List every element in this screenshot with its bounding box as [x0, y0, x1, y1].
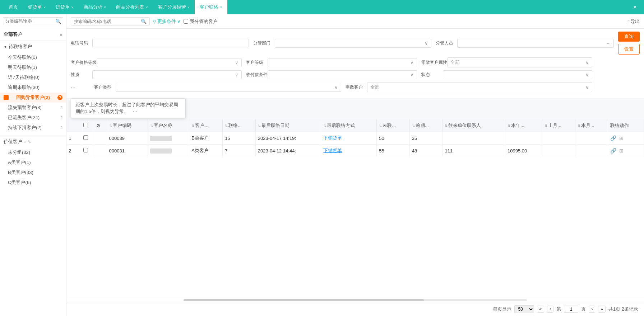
- sidebar-search-input[interactable]: [3, 17, 63, 25]
- main-search-input[interactable]: [74, 19, 141, 24]
- price-level-select[interactable]: ∨: [97, 58, 242, 67]
- sidebar-collapse-icon[interactable]: «: [60, 32, 62, 37]
- dept-select[interactable]: ∨: [275, 39, 431, 48]
- sidebar-item-repurchase-anomaly[interactable]: 回购异常客户(2) ?: [0, 93, 66, 103]
- close-product-analysis-list-icon[interactable]: ×: [145, 5, 148, 9]
- col-this-month-header[interactable]: 本月...: [575, 119, 608, 132]
- row1-checkbox[interactable]: [81, 132, 94, 145]
- sidebar-search-icon: 🔍: [55, 19, 61, 24]
- phone-input[interactable]: [92, 39, 249, 47]
- horizontal-scrollbar[interactable]: [66, 298, 644, 302]
- sidebar-item-class-c[interactable]: C类客户(6): [0, 178, 66, 188]
- row2-action: 🔗 ⊞: [608, 145, 644, 157]
- sidebar-item-declining-customers[interactable]: 持续下滑客户(2) ?: [0, 123, 66, 133]
- export-button[interactable]: ↑ 导出: [627, 18, 640, 25]
- value-group-edit-icon[interactable]: ✎: [28, 140, 31, 144]
- prev-page-button[interactable]: ‹: [547, 306, 553, 313]
- nav-product-analysis[interactable]: 商品分析 ×: [79, 0, 111, 14]
- row1-last-contact-method[interactable]: 下销货单: [321, 132, 377, 145]
- payment-select[interactable]: ∨: [268, 70, 417, 79]
- sidebar-item-class-a[interactable]: A类客户(1): [0, 157, 66, 168]
- status-select[interactable]: ∨: [443, 70, 592, 79]
- row1-last-contact-date: 2023-04-17 14:19:: [255, 132, 321, 145]
- filter-more-dots[interactable]: ···: [71, 84, 75, 90]
- retail-attr-select[interactable]: 全部 ∨: [447, 57, 592, 67]
- more-conditions-button[interactable]: ▽ 更多条件 ∨: [153, 18, 181, 25]
- retail-customer-chevron-icon: ∨: [585, 85, 589, 90]
- gender-select[interactable]: ∨: [92, 70, 242, 79]
- col-not-contacted-header[interactable]: 未联...: [377, 119, 410, 132]
- col-company-contact-header[interactable]: 往来单位联系人: [443, 119, 505, 132]
- sidebar-item-7day-pending[interactable]: 近7天待联络(0): [0, 72, 66, 82]
- col-last-contact-method-header[interactable]: 最后联络方式: [321, 119, 377, 132]
- row2-checkbox[interactable]: [81, 145, 94, 157]
- person-field: 分管人员 ···: [436, 39, 614, 48]
- nav-product-analysis-list[interactable]: 商品分析列表 ×: [111, 0, 153, 14]
- close-sales-order-icon[interactable]: ×: [43, 5, 46, 9]
- content-area: 🔍 ▽ 更多条件 ∨ 我分管的客户 ↑ 导出 电话号码: [66, 14, 644, 316]
- pending-contact-group[interactable]: ▼ 待联络客户: [0, 41, 66, 52]
- col-settings-header[interactable]: ⚙: [94, 119, 107, 132]
- retail-attr-field: 零散客户属性 全部 ∨: [421, 57, 592, 67]
- page-number-input[interactable]: [564, 306, 578, 313]
- col-contact-header[interactable]: 联络...: [223, 119, 256, 132]
- close-product-analysis-icon[interactable]: ×: [104, 5, 106, 9]
- row1-name-blurred: [150, 136, 172, 141]
- col-customer-code-header[interactable]: 客户编码: [107, 119, 148, 132]
- sidebar-item-tomorrow-pending[interactable]: 明天待联络(1): [0, 62, 66, 72]
- row1-grid-icon[interactable]: ⊞: [619, 135, 624, 141]
- row1-message-icon[interactable]: 🔗: [610, 135, 616, 141]
- person-select[interactable]: ···: [457, 39, 614, 48]
- sidebar-item-today-pending[interactable]: 今天待联络(0): [0, 52, 66, 62]
- value-group-circle-icon[interactable]: ○: [24, 140, 26, 144]
- customer-level-select[interactable]: ∨: [268, 58, 417, 67]
- row2-message-icon[interactable]: 🔗: [610, 148, 616, 154]
- nav-customer-contact[interactable]: 客户联络 ×: [195, 0, 227, 14]
- scrollbar-thumb[interactable]: [184, 299, 424, 301]
- nav-purchase-order[interactable]: 进货单 ×: [51, 0, 78, 14]
- customer-type-select[interactable]: ∨: [116, 83, 341, 92]
- col-last-contact-date-header[interactable]: 最后联络日期: [255, 119, 321, 132]
- col-customer-name-header[interactable]: 客户名称: [148, 119, 189, 132]
- sidebar-item-class-b[interactable]: B类客户(33): [0, 168, 66, 178]
- page-size-select[interactable]: 50 100 200: [514, 305, 534, 313]
- table-header: ⚙ 客户编码 客户名称 客户... 联络... 最后联络日期 最后联络方式 未联…: [66, 119, 644, 132]
- phone-field: 电话号码: [71, 39, 249, 47]
- sidebar-item-ungrouped[interactable]: 未分组(32): [0, 147, 66, 157]
- value-customers-group[interactable]: 价值客户 ○ ✎: [0, 136, 66, 147]
- sidebar-item-overdue-pending[interactable]: 逾期未联络(30): [0, 82, 66, 93]
- select-all-checkbox[interactable]: [83, 123, 88, 127]
- table-row: 2 000031 A类客户 7 2023-04-12 14:44: 下销货单 5…: [66, 145, 644, 157]
- row2-last-contact-method[interactable]: 下销货单: [321, 145, 377, 157]
- nav-customer-segmentation[interactable]: 客户分层经营 ×: [153, 0, 195, 14]
- payment-field: 收付款条件 ∨: [246, 70, 417, 79]
- my-customers-checkbox[interactable]: [184, 19, 188, 24]
- close-customer-segmentation-icon[interactable]: ×: [187, 5, 190, 9]
- close-customer-contact-icon[interactable]: ×: [220, 5, 222, 9]
- row1-settings: [94, 132, 107, 145]
- lost-customers-icon: ?: [60, 115, 62, 120]
- close-purchase-order-icon[interactable]: ×: [71, 5, 73, 9]
- main-layout: 🔍 全部客户 « ▼ 待联络客户 今天待联络(0) 明天待联络(1) 近7天待联…: [0, 14, 644, 316]
- col-checkbox-header[interactable]: [81, 119, 94, 132]
- retail-customer-select[interactable]: 全部 ∨: [367, 82, 592, 92]
- window-close-icon[interactable]: ×: [629, 4, 640, 11]
- first-page-button[interactable]: «: [537, 306, 545, 313]
- col-customer-type-header[interactable]: 客户...: [189, 119, 223, 132]
- my-customers-checkbox-area[interactable]: 我分管的客户: [184, 18, 218, 25]
- col-last-month-header[interactable]: 上月...: [542, 119, 575, 132]
- next-page-button[interactable]: ›: [589, 306, 595, 313]
- main-search-field[interactable]: 🔍: [71, 17, 150, 25]
- last-page-button[interactable]: »: [598, 306, 606, 313]
- sidebar-item-lost-customers[interactable]: 已流失客户(24) ?: [0, 113, 66, 123]
- settings-button[interactable]: 设置: [618, 44, 640, 55]
- query-button[interactable]: 查询: [618, 32, 640, 42]
- col-this-year-header[interactable]: 本年...: [505, 119, 542, 132]
- row2-grid-icon[interactable]: ⊞: [619, 148, 624, 154]
- col-overdue-header[interactable]: 逾期...: [409, 119, 443, 132]
- row2-company-contact: 111: [443, 145, 505, 157]
- nav-sales-order[interactable]: 销货单 ×: [23, 0, 51, 14]
- row2-last-month: [542, 145, 575, 157]
- nav-home[interactable]: 首页: [4, 0, 23, 14]
- sidebar-item-loss-warning[interactable]: 流失预警客户(3) ?: [0, 103, 66, 113]
